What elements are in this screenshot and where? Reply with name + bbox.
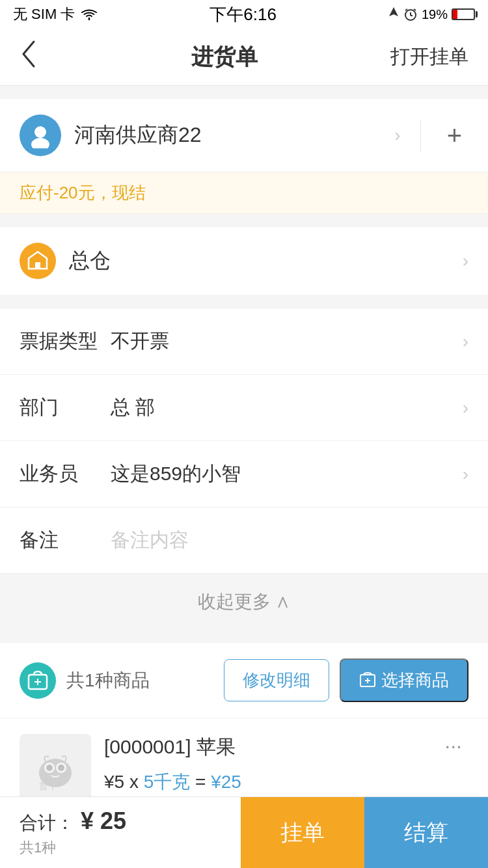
product-info: [0000001] 苹果 ¥5 x 5千克 = ¥25 <box>104 734 438 794</box>
warehouse-name: 总仓 <box>69 247 463 275</box>
product-name: [0000001] 苹果 <box>104 734 438 761</box>
total-count: 共1种 <box>20 838 221 858</box>
notice-text: 应付-20元，现结 <box>20 183 146 202</box>
owl-logo-icon: 普十 <box>33 747 78 793</box>
total-label: 合计： <box>20 811 74 835</box>
supplier-section: 河南供应商22 › + 应付-20元，现结 <box>0 99 488 214</box>
svg-point-6 <box>31 138 49 148</box>
section-divider-3 <box>0 295 488 308</box>
product-icon <box>20 662 56 699</box>
svg-rect-8 <box>35 262 40 269</box>
invoice-type-row[interactable]: 票据类型 不开票 › <box>0 308 488 374</box>
quantity-value: 5千克 <box>144 772 191 792</box>
footer: 合计： ¥ 25 共1种 挂单 结算 <box>0 796 488 868</box>
department-value: 总 部 <box>98 394 463 421</box>
equals-sign: = <box>190 772 211 792</box>
svg-line-3 <box>405 9 407 10</box>
svg-point-5 <box>34 126 46 138</box>
status-bar: 无 SIM 卡 下午6:16 19% <box>0 0 488 29</box>
salesman-value: 这是859的小智 <box>98 461 463 487</box>
battery-icon <box>452 8 475 20</box>
modify-detail-button[interactable]: 修改明细 <box>224 659 329 701</box>
status-indicators: 19% <box>388 7 475 22</box>
battery-percent: 19% <box>422 7 448 22</box>
chevron-right-icon: › <box>394 125 400 146</box>
svg-point-19 <box>58 765 64 771</box>
wifi-icon <box>80 8 98 21</box>
avatar <box>20 115 61 156</box>
warehouse-row[interactable]: 总仓 › <box>0 227 488 295</box>
department-label: 部门 <box>20 394 98 421</box>
salesman-chevron-icon: › <box>463 464 468 485</box>
supplier-name: 河南供应商22 <box>74 121 394 150</box>
remark-input[interactable]: 备注内容 <box>98 527 468 554</box>
warehouse-section: 总仓 › <box>0 227 488 295</box>
department-chevron-icon: › <box>463 398 468 418</box>
select-product-label: 选择商品 <box>381 669 449 692</box>
price-value: ¥5 x <box>104 772 144 792</box>
status-carrier: 无 SIM 卡 <box>13 5 98 24</box>
remark-row[interactable]: 备注 备注内容 <box>0 507 488 573</box>
checkout-button[interactable]: 结算 <box>364 797 488 868</box>
more-options-button[interactable]: ··· <box>438 734 468 758</box>
total-value: ¥25 <box>211 772 241 792</box>
salesman-label: 业务员 <box>20 461 98 487</box>
section-divider-2 <box>0 214 488 227</box>
footer-total: 合计： ¥ 25 共1种 <box>0 797 241 868</box>
product-header: 共1种商品 修改明细 选择商品 <box>0 643 488 718</box>
collapse-bar[interactable]: 收起更多 ∧ <box>0 573 488 630</box>
total-row: 合计： ¥ 25 <box>20 807 221 835</box>
remark-label: 备注 <box>20 527 98 554</box>
pending-button[interactable]: 挂单 <box>241 797 364 868</box>
alarm-icon <box>403 7 418 21</box>
product-id: [0000001] <box>104 736 197 757</box>
notice-bar: 应付-20元，现结 <box>0 172 488 214</box>
product-count: 共1种商品 <box>66 668 224 693</box>
form-section: 票据类型 不开票 › 部门 总 部 › 业务员 这是859的小智 › 备注 备注… <box>0 308 488 573</box>
total-amount: ¥ 25 <box>81 807 126 835</box>
salesman-row[interactable]: 业务员 这是859的小智 › <box>0 441 488 507</box>
svg-text:普十: 普十 <box>39 781 57 791</box>
invoice-type-label: 票据类型 <box>20 328 98 355</box>
vertical-divider <box>420 119 421 152</box>
section-divider-1 <box>0 86 488 99</box>
product-thumbnail: 普十 <box>20 734 91 806</box>
status-time: 下午6:16 <box>210 3 277 26</box>
warehouse-icon <box>20 243 56 279</box>
svg-point-18 <box>46 765 53 771</box>
section-divider-4 <box>0 630 488 643</box>
carrier-text: 无 SIM 卡 <box>13 5 75 24</box>
department-row[interactable]: 部门 总 部 › <box>0 374 488 441</box>
product-price: ¥5 x 5千克 = ¥25 <box>104 770 438 794</box>
collapse-label: 收起更多 ∧ <box>198 591 291 612</box>
product-name-text: 苹果 <box>197 736 236 757</box>
page-title: 进货单 <box>191 42 258 72</box>
svg-line-4 <box>414 9 416 10</box>
invoice-type-value: 不开票 <box>98 328 463 355</box>
battery-fill <box>453 10 457 19</box>
invoice-chevron-icon: › <box>463 331 468 352</box>
nav-bar: 进货单 打开挂单 <box>0 29 488 86</box>
select-product-button[interactable]: 选择商品 <box>340 658 468 702</box>
add-supplier-button[interactable]: + <box>441 121 468 150</box>
location-icon <box>388 7 400 21</box>
back-button[interactable] <box>20 39 59 75</box>
open-pending-button[interactable]: 打开挂单 <box>390 44 468 70</box>
select-product-icon <box>359 672 376 689</box>
warehouse-chevron-icon: › <box>463 251 468 271</box>
supplier-row[interactable]: 河南供应商22 › + <box>0 99 488 172</box>
